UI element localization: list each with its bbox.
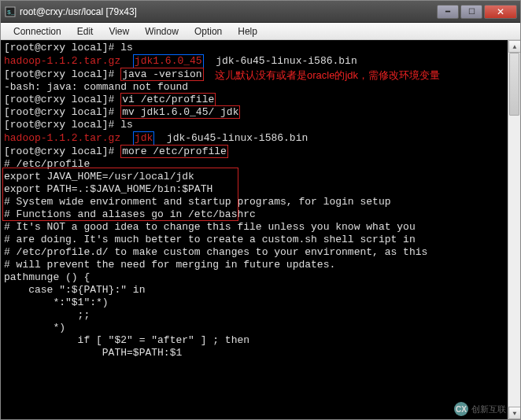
menu-help[interactable]: Help <box>230 24 265 39</box>
menu-window[interactable]: Window <box>137 24 187 39</box>
comment-profiled: # /etc/profile.d/ to make custom changes… <box>4 246 517 259</box>
if-after: if [ "$2" = "after" ] ; then <box>4 334 517 347</box>
watermark-text: 创新互联 <box>471 403 506 415</box>
svg-text:$_: $_ <box>7 9 15 16</box>
profile-header: # /etc/profile <box>4 158 517 171</box>
window: $_ root@crxy:/usr/local [79x43] ━ ☐ ✕ Co… <box>0 0 521 420</box>
menubar: Connection Edit View Window Option Help <box>1 23 520 40</box>
comment-notgood: # It's NOT a good idea to change this fi… <box>4 221 517 234</box>
maximize-button[interactable]: ☐ <box>460 5 482 19</box>
minimize-button[interactable]: ━ <box>437 5 459 19</box>
pathmunge-open: pathmunge () { <box>4 271 517 284</box>
prompt: [root@crxy local]# <box>4 146 120 157</box>
case-pattern1: *:"$1":*) <box>4 297 517 309</box>
watermark: CX 创新互联 <box>454 402 506 416</box>
command-mv: mv jdk1.6.0_45/ jdk <box>120 105 240 119</box>
command-ls2: ls <box>120 119 133 131</box>
ls2-output-bin: jdk-6u45-linux-i586.bin <box>154 132 308 144</box>
menu-view[interactable]: View <box>101 24 137 39</box>
command-more: more /etc/profile <box>120 145 228 158</box>
prompt: [root@crxy local]# <box>4 106 120 118</box>
comment-systemwide: # System wide environment and startup pr… <box>4 196 517 208</box>
watermark-logo: CX <box>454 402 468 416</box>
ls-output-bin: jdk-6u45-linux-i586.bin <box>204 55 357 67</box>
prompt: [root@crxy local]# <box>4 119 120 131</box>
export-path: export PATH=.:$JAVA_HOME/bin:$PATH <box>4 183 517 196</box>
comment-aredoing: # are doing. It's much better to create … <box>4 234 517 246</box>
scroll-thumb[interactable] <box>509 53 519 116</box>
window-title: root@crxy:/usr/local [79x43] <box>20 6 437 17</box>
prompt: [root@crxy local]# <box>4 94 120 105</box>
ls-output-tar: hadoop-1.1.2.tar.gz <box>4 55 133 67</box>
menu-edit[interactable]: Edit <box>69 24 102 39</box>
terminal-area[interactable]: [root@crxy local]# ls hadoop-1.1.2.tar.g… <box>1 40 520 419</box>
case-skip: ;; <box>4 309 517 322</box>
ls2-output-jdk: jdk <box>133 131 154 146</box>
ls2-output-tar: hadoop-1.1.2.tar.gz <box>4 132 133 144</box>
annotation-text: 这儿默认没有或者是oracle的jdk，需修改环境变量 <box>215 68 440 83</box>
command-vi: vi /etc/profile <box>120 93 216 106</box>
case-line: case ":${PATH}:" in <box>4 284 517 297</box>
java-notfound: -bash: java: command not found <box>4 81 517 94</box>
comment-functions: # Functions and aliases go in /etc/bashr… <box>4 208 517 221</box>
command-java-version: java -version <box>120 68 203 81</box>
path-append: PATH=$PATH:$1 <box>4 347 517 359</box>
command-ls: ls <box>120 42 133 53</box>
export-javahome: export JAVA_HOME=/usr/local/jdk <box>4 171 517 183</box>
ls-output-jdkdir: jdk1.6.0_45 <box>133 54 204 68</box>
case-default: *) <box>4 322 517 334</box>
prompt: [root@crxy local]# <box>4 68 120 80</box>
prompt: [root@crxy local]# <box>4 42 120 53</box>
app-icon: $_ <box>4 6 17 18</box>
menu-option[interactable]: Option <box>187 24 230 39</box>
menu-connection[interactable]: Connection <box>6 24 69 39</box>
window-controls: ━ ☐ ✕ <box>437 5 517 19</box>
scroll-down-button[interactable]: ▼ <box>508 407 520 419</box>
close-button[interactable]: ✕ <box>484 5 517 19</box>
titlebar[interactable]: $_ root@crxy:/usr/local [79x43] ━ ☐ ✕ <box>1 1 520 23</box>
scroll-up-button[interactable]: ▲ <box>508 40 520 53</box>
comment-prevent: # will prevent the need for merging in f… <box>4 259 517 271</box>
scrollbar[interactable]: ▲ ▼ <box>508 40 520 419</box>
